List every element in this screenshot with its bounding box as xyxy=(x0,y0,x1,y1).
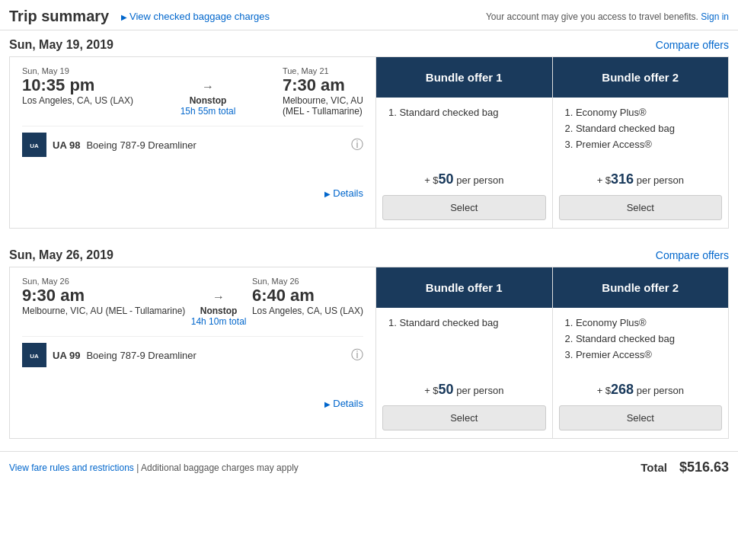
section-header-1: Sun, May 26, 2019 Compare offers xyxy=(0,241,738,267)
duration-1: 14h 10m total xyxy=(191,316,247,327)
flight-card-0: Sun, May 19 10:35 pm Los Angeles, CA, US… xyxy=(9,56,729,229)
bundle-price-row-0-0: + $50 per person xyxy=(376,164,552,192)
section-date-1: Sun, May 26, 2019 xyxy=(9,248,113,262)
departure-city-0: Los Angeles, CA, US (LAX) xyxy=(22,95,133,106)
arrival-day-1: Sun, May 26 xyxy=(252,277,363,286)
bundle-header-1-1: Bundle offer 2 xyxy=(553,267,729,308)
page-footer: View fare rules and restrictions | Addit… xyxy=(0,451,738,483)
flight-number-0: UA 98 xyxy=(53,139,80,151)
arrow-icon-1: → xyxy=(212,290,225,304)
details-link-row-1: Details xyxy=(22,398,363,409)
bundle-select-btn-0-0[interactable]: Select xyxy=(382,195,546,220)
bundle-feature: 3. Premier Access® xyxy=(565,349,717,360)
bundle-price-row-1-0: + $50 per person xyxy=(376,374,552,402)
bundle-panels-0: Bundle offer 1 1. Standard checked bag +… xyxy=(375,57,728,228)
flight-times-1: Sun, May 26 9:30 am Melbourne, VIC, AU (… xyxy=(22,277,363,327)
nonstop-0: Nonstop xyxy=(190,95,227,106)
bundle-price-row-0-1: + $316 per person xyxy=(553,164,729,192)
bundle-header-0-1: Bundle offer 2 xyxy=(553,57,729,98)
bundle-feature: 1. Standard checked bag xyxy=(388,317,540,328)
flight-times-0: Sun, May 19 10:35 pm Los Angeles, CA, US… xyxy=(22,66,363,117)
flight-card-1: Sun, May 26 9:30 am Melbourne, VIC, AU (… xyxy=(9,267,729,439)
aircraft-1: Boeing 787-9 Dreamliner xyxy=(86,350,196,361)
aircraft-0: Boeing 787-9 Dreamliner xyxy=(86,139,196,151)
bundle-price-1-1: + $268 per person xyxy=(597,385,684,396)
bundle-features-1-1: 1. Economy Plus®2. Standard checked bag3… xyxy=(553,308,729,374)
nonstop-1: Nonstop xyxy=(200,306,238,316)
bundle-features-0-1: 1. Economy Plus®2. Standard checked bag3… xyxy=(553,98,729,164)
arrival-day-0: Tue, May 21 xyxy=(283,66,363,75)
flight-details-row-1: UA UA 99 Boeing 787-9 Dreamliner ⓘ xyxy=(22,336,363,367)
bundle-price-row-1-1: + $268 per person xyxy=(553,374,729,402)
total-amount: $516.63 xyxy=(679,459,729,475)
fare-rules-link[interactable]: View fare rules and restrictions xyxy=(9,462,134,473)
departure-day-0: Sun, May 19 xyxy=(22,66,133,75)
arrival-city-1: Los Angeles, CA, US (LAX) xyxy=(252,306,363,316)
compare-offers-link-0[interactable]: Compare offers xyxy=(656,39,729,51)
bundle-feature: 2. Standard checked bag xyxy=(565,333,717,344)
flight-info-1: Sun, May 26 9:30 am Melbourne, VIC, AU (… xyxy=(10,267,375,438)
arrival-time-1: 6:40 am xyxy=(252,286,363,306)
total-label: Total xyxy=(641,461,667,474)
account-text: Your account may give you access to trav… xyxy=(486,11,698,22)
flights-container: Sun, May 19, 2019 Compare offers Sun, Ma… xyxy=(0,30,738,439)
bundle-feature: 1. Economy Plus® xyxy=(565,107,717,118)
details-link-0[interactable]: Details xyxy=(324,187,363,199)
svg-text:UA: UA xyxy=(30,142,39,149)
header-right: Your account may give you access to trav… xyxy=(486,11,729,22)
page-title: Trip summary xyxy=(9,8,109,25)
arrival-city-0: Melbourne, VIC, AU(MEL - Tullamarine) xyxy=(283,95,363,117)
airline-logo-1: UA xyxy=(22,343,46,367)
departure-time-0: 10:35 pm xyxy=(22,75,133,95)
bundle-features-0-0: 1. Standard checked bag xyxy=(376,98,552,164)
bundle-header-0-0: Bundle offer 1 xyxy=(376,57,552,98)
bundle-header-1-0: Bundle offer 1 xyxy=(376,267,552,308)
bundle-select-btn-0-1[interactable]: Select xyxy=(559,195,723,220)
departure-city-1: Melbourne, VIC, AU (MEL - Tullamarine) xyxy=(22,306,185,316)
arrival-block-1: Sun, May 26 6:40 am Los Angeles, CA, US … xyxy=(252,277,363,316)
bundle-feature: 1. Standard checked bag xyxy=(388,107,540,118)
page-header: Trip summary View checked baggage charge… xyxy=(0,0,738,30)
view-baggage-link[interactable]: View checked baggage charges xyxy=(121,11,270,22)
total-block: Total $516.63 xyxy=(641,459,729,475)
section-header-0: Sun, May 19, 2019 Compare offers xyxy=(0,30,738,56)
bundle-feature: 1. Economy Plus® xyxy=(565,317,717,328)
bundle-price-0-1: + $316 per person xyxy=(597,174,684,186)
sign-in-link[interactable]: Sign in xyxy=(701,11,729,22)
bundle-feature: 2. Standard checked bag xyxy=(565,123,717,134)
bundle-price-0-0: + $50 per person xyxy=(424,174,503,186)
bundle-feature: 3. Premier Access® xyxy=(565,139,717,150)
info-icon-0[interactable]: ⓘ xyxy=(351,137,363,153)
departure-time-1: 9:30 am xyxy=(22,286,185,306)
flight-info-0: Sun, May 19 10:35 pm Los Angeles, CA, US… xyxy=(10,57,375,228)
bundle-select-btn-1-1[interactable]: Select xyxy=(559,405,723,430)
bundle-select-btn-1-0[interactable]: Select xyxy=(382,405,546,430)
arrival-time-0: 7:30 am xyxy=(283,75,363,95)
flight-details-row-0: UA UA 98 Boeing 787-9 Dreamliner ⓘ xyxy=(22,126,363,157)
airline-logo-0: UA xyxy=(22,133,46,157)
flight-center-0: → Nonstop 15h 55m total xyxy=(181,66,236,117)
svg-text:UA: UA xyxy=(30,353,39,360)
arrival-block-0: Tue, May 21 7:30 am Melbourne, VIC, AU(M… xyxy=(283,66,363,117)
compare-offers-link-1[interactable]: Compare offers xyxy=(656,249,729,261)
bundle-features-1-0: 1. Standard checked bag xyxy=(376,308,552,374)
bundle-panel-1-0: Bundle offer 1 1. Standard checked bag +… xyxy=(375,267,552,438)
bundle-panels-1: Bundle offer 1 1. Standard checked bag +… xyxy=(375,267,728,438)
flight-center-1: → Nonstop 14h 10m total xyxy=(191,277,247,327)
duration-0: 15h 55m total xyxy=(181,106,236,117)
departure-block-1: Sun, May 26 9:30 am Melbourne, VIC, AU (… xyxy=(22,277,185,316)
details-link-1[interactable]: Details xyxy=(324,398,363,409)
bundle-panel-1-1: Bundle offer 2 1. Economy Plus®2. Standa… xyxy=(552,267,729,438)
baggage-charges-text: Additional baggage charges may apply xyxy=(141,462,299,473)
footer-links: View fare rules and restrictions | Addit… xyxy=(9,462,299,473)
bundle-panel-0-1: Bundle offer 2 1. Economy Plus®2. Standa… xyxy=(552,57,729,228)
info-icon-1[interactable]: ⓘ xyxy=(351,347,363,363)
departure-block-0: Sun, May 19 10:35 pm Los Angeles, CA, US… xyxy=(22,66,133,106)
details-link-row-0: Details xyxy=(22,187,363,199)
departure-day-1: Sun, May 26 xyxy=(22,277,185,286)
bundle-panel-0-0: Bundle offer 1 1. Standard checked bag +… xyxy=(375,57,552,228)
header-left: Trip summary View checked baggage charge… xyxy=(9,8,270,25)
flight-number-1: UA 99 xyxy=(53,350,80,361)
arrow-icon-0: → xyxy=(202,80,214,94)
section-date-0: Sun, May 19, 2019 xyxy=(9,38,113,52)
